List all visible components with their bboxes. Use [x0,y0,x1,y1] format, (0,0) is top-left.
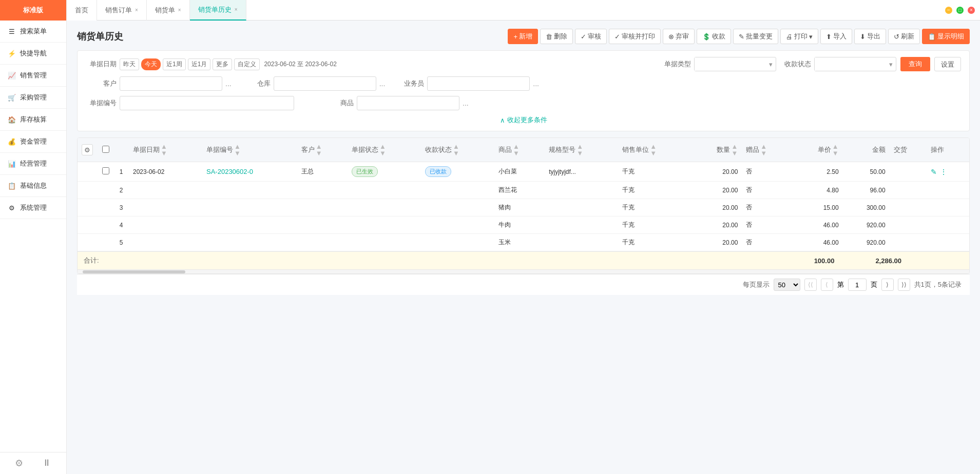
per-page-select[interactable]: 50 100 200 [774,279,800,291]
unit-price-sort-icon[interactable]: ▲▼ [832,143,839,156]
sidebar-item-fund-mgmt[interactable]: 💰 资金管理 [0,131,66,153]
sidebar-item-inventory[interactable]: 🏠 库存核算 [0,109,66,131]
doc-type-select-wrap: ▾ [694,57,776,71]
horizontal-scrollbar[interactable] [78,269,969,273]
spec-sort-icon[interactable]: ▲▼ [577,143,583,156]
date-more-btn[interactable]: 更多 [213,58,232,70]
sidebar-item-search-menu[interactable]: ☰ 搜索菜单 [0,21,66,43]
doc-type-input[interactable] [695,57,766,71]
date-last7-btn[interactable]: 近1周 [163,58,186,70]
doc-no-sort-icon[interactable]: ▲▼ [234,143,241,156]
payment-status-sort-icon[interactable]: ▲▼ [453,143,459,156]
total-info: 共1页，5条记录 [914,280,962,289]
th-unit[interactable]: 销售单位 ▲▼ [618,138,691,162]
export-button[interactable]: ⬇ 导出 [854,29,886,44]
customer-dots[interactable]: ... [225,80,232,88]
page-next-button[interactable]: ⟩ [881,279,894,291]
sidebar-item-sales-mgmt[interactable]: 📈 销售管理 [0,65,66,87]
sidebar-item-operation-mgmt[interactable]: 📊 经营管理 [0,153,66,175]
more-action-0[interactable]: ⋮ [940,168,947,176]
th-payment-status[interactable]: 收款状态 ▲▼ [421,138,494,162]
th-doc-status[interactable]: 单据状态 ▲▼ [348,138,421,162]
date-yesterday-btn[interactable]: 昨天 [120,58,139,70]
page-first-button[interactable]: ⟨⟨ [804,279,817,291]
cell-docstatus-3 [348,216,421,234]
filter-row-2: 客户 ... 仓库 ... 业务员 ... [86,76,961,91]
window-maximize-button[interactable]: □ [956,7,964,14]
query-button[interactable]: 查询 [900,57,930,71]
new-button[interactable]: + 新增 [508,29,538,44]
edit-action-0[interactable]: ✎ [931,168,937,176]
product-sort-icon[interactable]: ▲▼ [513,143,520,156]
tab-home[interactable]: 首页 [67,0,97,21]
salesperson-input[interactable] [427,76,530,91]
tab-sales-goods[interactable]: 销货单 × [147,0,190,21]
customer-input[interactable] [120,76,222,91]
table-settings-icon[interactable]: ⚙ [82,144,93,155]
sidebar-item-purchase-mgmt[interactable]: 🛒 采购管理 [0,87,66,109]
th-unit-price[interactable]: 单价 ▲▼ [793,138,843,162]
import-button[interactable]: ⬆ 导入 [820,29,852,44]
date-lastmonth-btn[interactable]: 近1月 [188,58,211,70]
page-input[interactable]: 1 [848,279,867,291]
select-all-checkbox[interactable] [102,146,109,153]
doc-date-sort-icon[interactable]: ▲▼ [161,143,167,156]
unit-sort-icon[interactable]: ▲▼ [650,143,657,156]
th-quantity[interactable]: 数量 ▲▼ [691,138,742,162]
quantity-sort-icon[interactable]: ▲▼ [731,143,738,156]
date-today-btn[interactable]: 今天 [141,58,161,70]
show-detail-icon: 📋 [928,33,936,41]
collect-button[interactable]: 💲 收款 [697,29,731,44]
print-button[interactable]: 🖨 打印 ▾ [780,29,818,44]
tab-sales-history[interactable]: 销货单历史 × [190,0,246,21]
sidebar-settings-icon[interactable]: ⚙ [15,458,23,469]
doc-status-sort-icon[interactable]: ▲▼ [379,143,386,156]
th-gift[interactable]: 赠品 ▲▼ [742,138,792,162]
window-minimize-button[interactable]: − [945,7,952,14]
window-close-button[interactable]: × [968,7,975,14]
page-prev-button[interactable]: ⟨ [821,279,833,291]
warehouse-dots[interactable]: ... [379,80,386,88]
sidebar-pause-icon[interactable]: ⏸ [42,458,51,469]
delete-button[interactable]: 🗑 删除 [540,29,573,44]
payment-status-input[interactable] [815,57,886,71]
tab-sales-goods-close[interactable]: × [178,7,181,13]
audit-print-button[interactable]: ✓ 审核并打印 [609,29,661,44]
cell-customer-4 [297,234,348,251]
tab-sales-history-close[interactable]: × [235,7,238,12]
sidebar-item-basic-info[interactable]: 📋 基础信息 [0,175,66,197]
th-doc-date[interactable]: 单据日期 ▲▼ [129,138,202,162]
set-button[interactable]: 设置 [934,57,961,71]
gift-sort-icon[interactable]: ▲▼ [760,143,767,156]
docno-input[interactable] [120,96,294,110]
warehouse-input[interactable] [274,76,376,91]
doc-no-link[interactable]: SA-20230602-0 [206,168,253,175]
audit-button[interactable]: ✓ 审核 [575,29,607,44]
batch-change-button[interactable]: ✎ 批量变更 [733,29,778,44]
date-custom-btn[interactable]: 自定义 [234,58,260,70]
cell-docno-0[interactable]: SA-20230602-0 [202,162,297,182]
tab-sales-order[interactable]: 销售订单 × [97,0,147,21]
purchase-mgmt-icon: 🛒 [8,93,16,102]
row-checkbox-0[interactable] [102,167,109,174]
page-last-button[interactable]: ⟩⟩ [898,279,910,291]
sidebar-item-system-mgmt[interactable]: ⚙ 系统管理 [0,197,66,219]
show-detail-button[interactable]: 📋 显示明细 [922,29,970,44]
payment-status-dropdown-arrow[interactable]: ▾ [886,61,896,68]
scrollbar-thumb[interactable] [83,270,185,273]
th-doc-no[interactable]: 单据编号 ▲▼ [202,138,297,162]
th-spec[interactable]: 规格型号 ▲▼ [545,138,618,162]
abandon-button[interactable]: ⊗ 弃审 [663,29,695,44]
sidebar-item-quick-nav[interactable]: ⚡ 快捷导航 [0,43,66,65]
collapse-button[interactable]: ∧ 收起更多条件 [86,115,961,125]
doc-type-dropdown-arrow[interactable]: ▾ [766,61,776,68]
product-dots[interactable]: ... [463,99,469,107]
th-customer[interactable]: 客户 ▲▼ [297,138,348,162]
cell-gift-0: 否 [742,162,792,182]
refresh-button[interactable]: ↺ 刷新 [888,29,920,44]
tab-sales-order-close[interactable]: × [135,7,138,13]
salesperson-dots[interactable]: ... [533,80,539,88]
th-product[interactable]: 商品 ▲▼ [494,138,545,162]
customer-sort-icon[interactable]: ▲▼ [316,143,322,156]
product-input[interactable] [357,96,459,110]
